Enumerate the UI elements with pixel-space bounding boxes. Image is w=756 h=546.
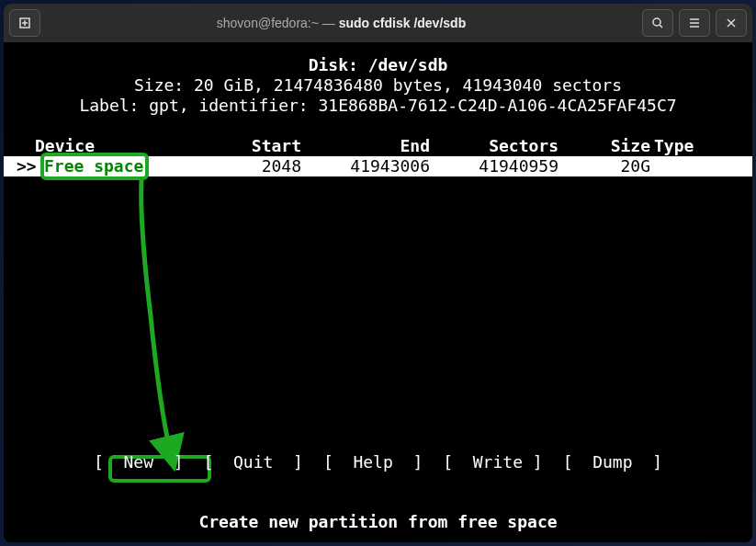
new-tab-icon xyxy=(17,16,32,30)
row-end: 41943006 xyxy=(301,156,430,176)
table-row[interactable]: >> Free space 2048 41943006 41940959 20G xyxy=(4,156,752,176)
window-title: shovon@fedora:~ — sudo cfdisk /dev/sdb xyxy=(46,16,637,30)
terminal-content: Disk: /dev/sdb Size: 20 GiB, 21474836480… xyxy=(4,42,752,542)
row-type xyxy=(650,156,739,176)
row-device: Free space xyxy=(44,156,182,176)
table-header: Device Start End Sectors Size Type xyxy=(4,136,752,156)
title-separator: — xyxy=(319,16,339,30)
menu-icon xyxy=(687,16,702,30)
menu-button[interactable] xyxy=(679,9,710,37)
row-start: 2048 xyxy=(182,156,301,176)
bottom-section: [ New ] [ Quit ] [ Help ] [ Write ] [ Du… xyxy=(4,452,752,542)
titlebar: shovon@fedora:~ — sudo cfdisk /dev/sdb xyxy=(4,4,752,42)
close-button[interactable] xyxy=(716,9,747,37)
header-device: Device xyxy=(17,136,182,156)
svg-line-4 xyxy=(660,25,662,28)
menu-item-help[interactable]: [ Help ] xyxy=(323,452,423,472)
disk-header: Disk: /dev/sdb Size: 20 GiB, 21474836480… xyxy=(4,55,752,116)
header-sectors: Sectors xyxy=(430,136,559,156)
titlebar-left xyxy=(9,9,40,37)
search-button[interactable] xyxy=(642,9,673,37)
help-text: Create new partition from free space xyxy=(4,512,752,531)
disk-label-line: Label: gpt, identifier: 31E868BA-7612-C2… xyxy=(4,96,752,116)
menu-item-dump[interactable]: [ Dump ] xyxy=(563,452,662,472)
disk-size-line: Size: 20 GiB, 21474836480 bytes, 4194304… xyxy=(4,75,752,96)
disk-title: Disk: /dev/sdb xyxy=(4,55,752,75)
terminal-window: shovon@fedora:~ — sudo cfdisk /dev/sdb xyxy=(4,4,752,542)
annotation-arrow xyxy=(114,178,206,472)
header-size: Size xyxy=(559,136,650,156)
header-type: Type xyxy=(650,136,739,156)
svg-point-3 xyxy=(653,18,660,26)
title-command: sudo cfdisk /dev/sdb xyxy=(339,16,466,30)
search-icon xyxy=(650,16,665,30)
partition-table: Device Start End Sectors Size Type >> Fr… xyxy=(4,136,752,176)
row-sectors: 41940959 xyxy=(430,156,559,176)
menu-item-write[interactable]: [ Write ] xyxy=(443,452,542,472)
title-userhost: shovon@fedora:~ xyxy=(217,16,319,30)
menu-row: [ New ] [ Quit ] [ Help ] [ Write ] [ Du… xyxy=(4,452,752,472)
row-size: 20G xyxy=(559,156,650,176)
close-icon xyxy=(724,16,739,30)
menu-item-new[interactable]: [ New ] xyxy=(94,452,184,472)
titlebar-right xyxy=(642,9,747,37)
new-tab-button[interactable] xyxy=(9,9,40,37)
header-end: End xyxy=(301,136,430,156)
header-start: Start xyxy=(182,136,301,156)
menu-item-quit[interactable]: [ Quit ] xyxy=(203,452,302,472)
row-indicator: >> xyxy=(17,156,44,176)
